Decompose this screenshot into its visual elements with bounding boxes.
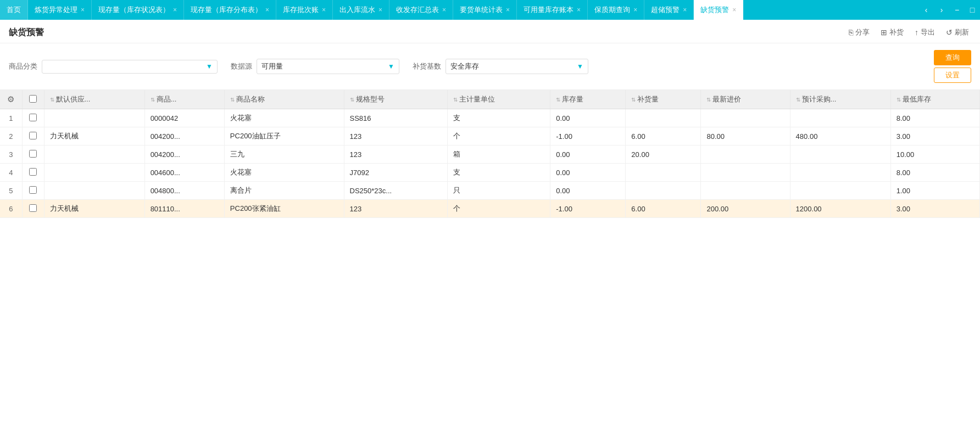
tab-10[interactable]: 超储预警 ×	[644, 0, 694, 20]
sort-icon-code: ⇅	[151, 97, 155, 103]
row-checkbox[interactable]	[29, 132, 37, 139]
replenish-button[interactable]: ⊞ 补货	[878, 26, 906, 38]
query-button[interactable]: 查询	[934, 50, 971, 65]
tab-6[interactable]: 收发存汇总表 ×	[389, 0, 453, 20]
close-tab-2[interactable]: ×	[173, 6, 177, 14]
row-checkbox[interactable]	[29, 150, 37, 158]
close-tab-8[interactable]: ×	[577, 6, 581, 14]
tab-9[interactable]: 保质期查询 ×	[588, 0, 644, 20]
cell-replenish-qty	[626, 182, 701, 200]
settings-button[interactable]: 设置	[934, 68, 971, 83]
tab-3[interactable]: 现存量（库存分布表） ×	[184, 0, 276, 20]
cell-spec: DS250*23c...	[344, 182, 447, 200]
row-checkbox[interactable]	[29, 204, 37, 212]
table-body: 1 0000042 火花塞 SS816 支 0.00 8.00 2 力天机械 0…	[0, 109, 980, 218]
cell-checkbox[interactable]	[22, 200, 44, 218]
cell-replenish-qty	[626, 164, 701, 182]
sort-icon-replenish: ⇅	[631, 97, 636, 103]
filter-actions: 查询 设置	[934, 50, 971, 83]
category-select[interactable]: ▼	[42, 60, 218, 74]
row-checkbox[interactable]	[29, 114, 37, 121]
close-tab-9[interactable]: ×	[633, 6, 637, 14]
close-tab-4[interactable]: ×	[322, 6, 326, 14]
cell-spec: 123	[344, 200, 447, 218]
replenish-select-arrow-icon: ▼	[577, 63, 583, 70]
cell-latest-price: 80.00	[701, 127, 790, 145]
row-checkbox[interactable]	[29, 168, 37, 176]
tab-7[interactable]: 要货单统计表 ×	[453, 0, 517, 20]
tab-maximize-button[interactable]: □	[965, 0, 980, 20]
datasource-select[interactable]: 可用量 ▼	[257, 59, 399, 74]
export-button[interactable]: ↑ 导出	[912, 26, 937, 38]
tab-2[interactable]: 现存量（库存状况表） ×	[92, 0, 184, 20]
cell-checkbox[interactable]	[22, 145, 44, 164]
tab-11[interactable]: 缺货预警 ×	[694, 0, 743, 20]
cell-checkbox[interactable]	[22, 182, 44, 200]
col-estimated: ⇅ 预计采购...	[790, 90, 890, 109]
close-tab-7[interactable]: ×	[506, 6, 510, 14]
category-label: 商品分类	[9, 61, 37, 71]
refresh-button[interactable]: ↺ 刷新	[944, 26, 971, 38]
tab-next-button[interactable]: ›	[934, 0, 949, 20]
cell-min-stock: 8.00	[890, 164, 979, 182]
cell-latest-price	[701, 182, 790, 200]
cell-latest-price: 200.00	[701, 200, 790, 218]
share-button[interactable]: ⎘ 分享	[847, 26, 872, 38]
table-row: 1 0000042 火花塞 SS816 支 0.00 8.00	[0, 109, 980, 127]
category-select-arrow-icon: ▼	[206, 63, 213, 70]
cell-min-stock: 3.00	[890, 200, 979, 218]
table-header-row: ⚙ ⇅ 默认供应... ⇅	[0, 90, 980, 109]
cell-estimated	[790, 182, 890, 200]
sort-icon-unit: ⇅	[453, 97, 458, 103]
sort-icon-spec: ⇅	[350, 97, 354, 103]
replenish-icon: ⊞	[881, 28, 887, 37]
filter-category-group: 商品分类 ▼	[9, 60, 218, 74]
close-tab-11[interactable]: ×	[732, 6, 736, 14]
cell-checkbox[interactable]	[22, 164, 44, 182]
cell-stock: 0.00	[550, 164, 626, 182]
cell-latest-price	[701, 164, 790, 182]
cell-checkbox[interactable]	[22, 109, 44, 127]
cell-unit: 个	[447, 200, 550, 218]
cell-checkbox[interactable]	[22, 127, 44, 145]
gear-icon[interactable]: ⚙	[7, 94, 14, 104]
col-product-name: ⇅ 商品名称	[224, 90, 344, 109]
tab-5[interactable]: 出入库流水 ×	[333, 0, 389, 20]
share-icon: ⎘	[849, 28, 853, 37]
tab-4[interactable]: 库存批次账 ×	[276, 0, 333, 20]
cell-seq: 5	[0, 182, 22, 200]
col-min-stock: ⇅ 最低库存	[890, 90, 979, 109]
row-checkbox[interactable]	[29, 186, 37, 194]
col-spec: ⇅ 规格型号	[344, 90, 447, 109]
close-tab-1[interactable]: ×	[81, 6, 85, 14]
refresh-icon: ↺	[946, 28, 953, 37]
tab-1[interactable]: 炼货异常处理 ×	[28, 0, 92, 20]
cell-unit: 个	[447, 127, 550, 145]
cell-product-code: 004200...	[144, 145, 224, 164]
cell-replenish-qty: 6.00	[626, 200, 701, 218]
cell-latest-price	[701, 145, 790, 164]
cell-replenish-qty: 6.00	[626, 127, 701, 145]
select-all-checkbox[interactable]	[29, 95, 37, 103]
close-tab-6[interactable]: ×	[442, 6, 446, 14]
cell-product-code: 801110...	[144, 200, 224, 218]
close-tab-3[interactable]: ×	[265, 6, 269, 14]
cell-supplier: 力天机械	[44, 200, 144, 218]
close-tab-5[interactable]: ×	[378, 6, 382, 14]
close-tab-10[interactable]: ×	[683, 6, 687, 14]
tab-minimize-button[interactable]: −	[949, 0, 965, 20]
sort-icon-estimated: ⇅	[796, 97, 800, 103]
replenish-select[interactable]: 安全库存 ▼	[446, 59, 588, 74]
cell-latest-price	[701, 109, 790, 127]
cell-supplier	[44, 145, 144, 164]
tab-prev-button[interactable]: ‹	[918, 0, 934, 20]
cell-supplier	[44, 182, 144, 200]
cell-supplier: 力天机械	[44, 127, 144, 145]
tab-home[interactable]: 首页	[0, 0, 28, 20]
tab-bar: 首页 炼货异常处理 × 现存量（库存状况表） × 现存量（库存分布表） × 库存…	[0, 0, 980, 20]
cell-min-stock: 1.00	[890, 182, 979, 200]
tab-8[interactable]: 可用量库存账本 ×	[517, 0, 588, 20]
col-latest-price: ⇅ 最新进价	[701, 90, 790, 109]
cell-product-name: PC200张紧油缸	[224, 200, 344, 218]
sort-icon-price: ⇅	[706, 97, 711, 103]
